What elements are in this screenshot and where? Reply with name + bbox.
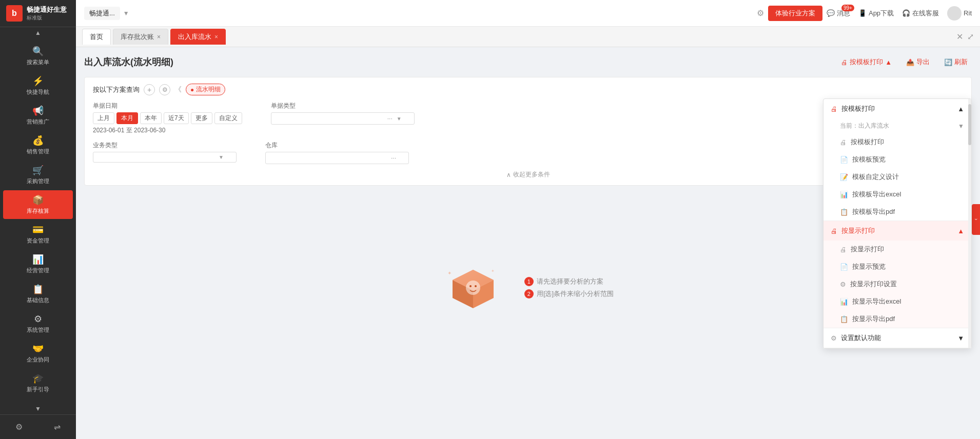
filter-voucher-type-more[interactable]: ··· bbox=[387, 115, 393, 122]
display-print-header[interactable]: 🖨 按显示打印 ▲ bbox=[824, 221, 971, 241]
sidebar-item-operations[interactable]: 📊 经营管理 bbox=[3, 250, 73, 278]
refresh-btn[interactable]: 🔄 刷新 bbox=[940, 55, 972, 69]
display-print-header-label: 按显示打印 bbox=[841, 226, 875, 235]
display-export-excel-label: 按显示导出excel bbox=[852, 297, 901, 306]
filter-add-btn[interactable]: + bbox=[144, 84, 155, 95]
display-print-settings-icon: ⚙ bbox=[840, 281, 846, 288]
filter-warehouse-select[interactable]: ··· bbox=[265, 152, 409, 164]
topbar-gear-icon[interactable]: ⚙ bbox=[757, 8, 764, 18]
search-menu-icon: 🔍 bbox=[32, 46, 44, 57]
sidebar-item-basic-info[interactable]: 📋 基础信息 bbox=[3, 280, 73, 308]
dropdown-item-display-preview[interactable]: 📄 按显示预览 bbox=[824, 258, 971, 275]
sidebar-bottom: ⚙ ⇌ bbox=[0, 414, 76, 439]
sidebar-item-quick-nav[interactable]: ⚡ 快捷导航 bbox=[3, 71, 73, 100]
print-template-btn[interactable]: 🖨 按模板打印 ▲ bbox=[837, 55, 896, 69]
set-default-label: 设置默认功能 bbox=[841, 333, 881, 343]
headset-icon: 🎧 bbox=[902, 9, 910, 17]
sidebar-item-system[interactable]: ⚙ 系统管理 bbox=[3, 309, 73, 338]
sidebar-settings-btn[interactable]: ⚙ bbox=[12, 419, 26, 435]
filter-voucher-type-select[interactable]: ··· ▼ bbox=[271, 112, 415, 125]
dropdown-section-display: 🖨 按显示打印 ▲ 🖨 按显示打印 📄 按显示预览 ⚙ bbox=[824, 221, 971, 328]
tab-stock-flow-label: 出入库流水 bbox=[178, 32, 211, 42]
empty-state-img: ✦ ✦ bbox=[442, 254, 504, 316]
avatar-img bbox=[947, 6, 962, 21]
filter-tag-icon: ● bbox=[190, 86, 194, 93]
sidebar-item-marketing[interactable]: 📢 营销推广 bbox=[3, 101, 73, 130]
filter-biz-type-label: 业务类型 bbox=[93, 141, 237, 150]
set-default-header[interactable]: ⚙ 设置默认功能 ▼ bbox=[824, 328, 971, 348]
message-btn[interactable]: 💬 消息 99+ bbox=[827, 9, 850, 18]
dropdown-item-template-preview[interactable]: 📄 按模板预览 bbox=[824, 151, 971, 168]
tab-stock-flow-close[interactable]: × bbox=[214, 33, 218, 41]
sidebar-item-guide[interactable]: 🎓 新手引导 bbox=[3, 369, 73, 397]
page-actions: 🖨 按模板打印 ▲ 📤 导出 🔄 刷新 bbox=[837, 55, 972, 69]
template-preview-label: 按模板预览 bbox=[852, 155, 886, 164]
sidebar-scroll-up[interactable]: ▲ bbox=[35, 29, 41, 36]
page-title: 出入库流水(流水明细) bbox=[84, 56, 173, 68]
trial-btn[interactable]: 体验行业方案 bbox=[768, 6, 822, 21]
app-logo: b 畅捷通好生意 标准版 bbox=[0, 0, 76, 27]
dropdown-item-display-print[interactable]: 🖨 按显示打印 bbox=[824, 241, 971, 258]
display-preview-label: 按显示预览 bbox=[852, 262, 886, 271]
filter-date-control: 上月 本月 本年 近7天 更多 自定义 bbox=[93, 112, 242, 124]
display-print-icon: 🖨 bbox=[840, 246, 847, 253]
user-avatar[interactable]: Rit bbox=[947, 6, 972, 21]
display-print-header-icon: 🖨 bbox=[831, 227, 837, 235]
topbar-right: 💬 消息 99+ 📱 App下载 🎧 在线客服 Rit bbox=[827, 6, 972, 21]
set-default-icon: ⚙ bbox=[831, 334, 837, 342]
date-btn-last-month[interactable]: 上月 bbox=[93, 112, 114, 124]
dropdown-item-display-export-pdf[interactable]: 📋 按显示导出pdf bbox=[824, 310, 971, 328]
purchase-icon: 🛒 bbox=[32, 165, 44, 176]
dropdown-item-template-custom[interactable]: 📝 模板自定义设计 bbox=[824, 168, 971, 186]
app-download-btn[interactable]: 📱 App下载 bbox=[858, 9, 894, 18]
tab-stock-flow[interactable]: 出入库流水 × bbox=[170, 29, 226, 45]
sidebar-item-inventory[interactable]: 📦 库存核算 bbox=[3, 190, 73, 219]
date-btn-this-year[interactable]: 本年 bbox=[140, 112, 162, 124]
dropdown-item-template-export-excel[interactable]: 📊 按模板导出excel bbox=[824, 186, 971, 203]
collapse-icon: ∧ bbox=[506, 171, 511, 178]
right-edge-icon: › bbox=[973, 218, 979, 220]
filter-settings-btn[interactable]: ⚙ bbox=[159, 84, 170, 95]
account-selector: 畅捷通... ▼ bbox=[84, 7, 753, 20]
scrollbar-thumb[interactable] bbox=[968, 104, 971, 145]
filter-warehouse-more[interactable]: ··· bbox=[391, 154, 396, 162]
display-print-arrow-icon: ▲ bbox=[957, 227, 964, 235]
dropdown-item-display-export-excel[interactable]: 📊 按显示导出excel bbox=[824, 293, 971, 310]
dropdown-item-template-print[interactable]: 🖨 按模板打印 bbox=[824, 133, 971, 151]
display-preview-icon: 📄 bbox=[840, 263, 848, 271]
template-custom-label: 模板自定义设计 bbox=[852, 172, 899, 182]
sidebar-item-sales[interactable]: 💰 销售管理 bbox=[3, 131, 73, 159]
sidebar-item-finance[interactable]: 💳 资金管理 bbox=[3, 220, 73, 249]
online-service-btn[interactable]: 🎧 在线客服 bbox=[902, 9, 939, 18]
sidebar-item-purchase[interactable]: 🛒 采购管理 bbox=[3, 161, 73, 189]
dropdown-item-template-export-pdf[interactable]: 📋 按模板导出pdf bbox=[824, 203, 971, 221]
tab-home[interactable]: 首页 bbox=[82, 29, 111, 45]
date-btn-last-7-days[interactable]: 近7天 bbox=[164, 112, 189, 124]
export-btn[interactable]: 📤 导出 bbox=[902, 55, 934, 69]
account-name[interactable]: 畅捷通... bbox=[84, 7, 120, 20]
sidebar-item-enterprise[interactable]: 🤝 企业协同 bbox=[3, 339, 73, 368]
date-btn-more[interactable]: 更多 bbox=[191, 112, 212, 124]
filter-biz-type: 业务类型 ▼ bbox=[93, 141, 237, 163]
marketing-icon: 📢 bbox=[32, 105, 44, 116]
tab-inventory-batch[interactable]: 库存批次账 × bbox=[113, 29, 168, 45]
sidebar-toggle-btn[interactable]: ⇌ bbox=[51, 419, 64, 435]
logo-icon: b bbox=[6, 5, 23, 22]
filter-collapse-btn[interactable]: 《 bbox=[174, 85, 182, 94]
template-print-header[interactable]: 🖨 按模板打印 ▲ bbox=[824, 99, 971, 118]
window-close-btn[interactable]: ✕ bbox=[956, 32, 963, 42]
filter-biz-type-select[interactable]: ▼ bbox=[93, 152, 237, 163]
date-btn-this-month[interactable]: 本月 bbox=[116, 112, 138, 124]
empty-hint-2: 2 用[选]条件来缩小分析范围 bbox=[524, 289, 614, 298]
dropdown-item-display-print-settings[interactable]: ⚙ 按显示打印设置 bbox=[824, 275, 971, 293]
date-btn-custom[interactable]: 自定义 bbox=[214, 112, 242, 124]
sidebar-scroll-down[interactable]: ▼ bbox=[35, 405, 41, 412]
dropdown-section-template: 🖨 按模板打印 ▲ 当前：出入库流水 ▼ 🖨 按模板打印 📄 bbox=[824, 99, 971, 221]
message-badge: 99+ bbox=[841, 5, 854, 11]
collapse-btn[interactable]: ∧ 收起更多条件 bbox=[506, 170, 550, 179]
tab-inventory-batch-close[interactable]: × bbox=[157, 33, 161, 41]
right-edge-btn[interactable]: › bbox=[972, 204, 980, 235]
sidebar-item-app-center[interactable]: 🔲 应用中心 bbox=[3, 398, 73, 403]
window-maximize-btn[interactable]: ⤢ bbox=[967, 32, 974, 42]
sidebar-item-search-menu[interactable]: 🔍 搜索菜单 bbox=[3, 42, 73, 70]
